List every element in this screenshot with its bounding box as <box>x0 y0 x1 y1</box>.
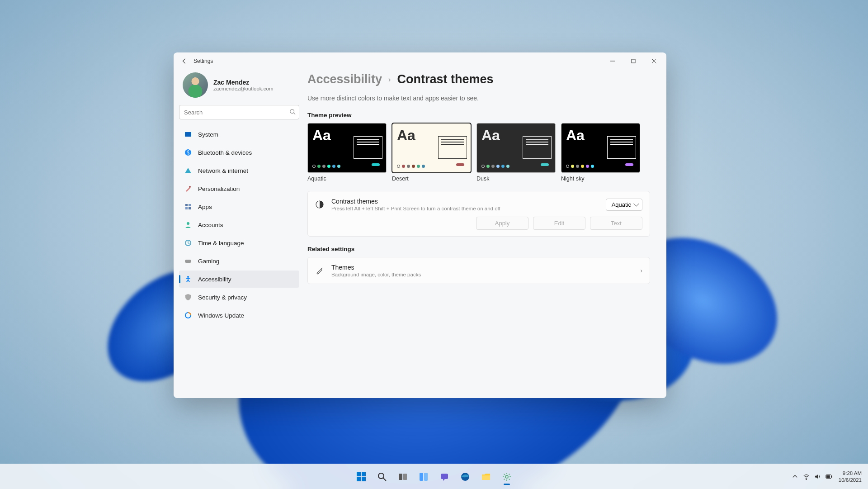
nav-system[interactable]: System <box>179 126 299 143</box>
nav-label: Accounts <box>198 222 223 228</box>
svg-rect-30 <box>831 476 832 477</box>
profile-name: Zac Mendez <box>213 79 274 86</box>
nav-network[interactable]: Network & internet <box>179 162 299 179</box>
nav-label: Gaming <box>198 258 219 265</box>
avatar <box>183 72 208 98</box>
nav-time[interactable]: Time & language <box>179 234 299 252</box>
apps-icon <box>184 203 192 210</box>
chat-button[interactable] <box>435 468 453 486</box>
theme-night-sky[interactable]: Aa Night sky <box>561 123 640 182</box>
search-input[interactable] <box>179 105 299 119</box>
svg-rect-7 <box>185 207 188 209</box>
nav-label: System <box>198 131 218 138</box>
nav-label: Personalization <box>198 185 240 192</box>
minimize-button[interactable] <box>602 52 623 70</box>
nav-accounts[interactable]: Accounts <box>179 216 299 233</box>
taskbar: 9:28 AM 10/6/2021 <box>0 464 868 489</box>
main-content: Accessibility › Contrast themes Use more… <box>305 70 666 398</box>
svg-rect-5 <box>185 204 188 206</box>
personalization-icon <box>184 185 192 192</box>
theme-select-dropdown[interactable]: Aquatic <box>606 199 642 211</box>
theme-name: Desert <box>392 176 471 182</box>
svg-rect-21 <box>403 474 407 480</box>
theme-aquatic[interactable]: Aa Aquatic <box>307 123 387 182</box>
svg-rect-11 <box>185 260 191 263</box>
svg-rect-15 <box>357 472 361 476</box>
volume-icon[interactable] <box>814 473 821 480</box>
system-icon <box>184 131 192 138</box>
network-icon <box>184 167 192 174</box>
date-text: 10/6/2021 <box>839 477 862 483</box>
profile-block[interactable]: Zac Mendez zacmendez@outlook.com <box>179 70 299 105</box>
nav-bluetooth[interactable]: Bluetooth & devices <box>179 144 299 161</box>
widgets-button[interactable] <box>415 468 433 486</box>
theme-dusk[interactable]: Aa Dusk <box>476 123 556 182</box>
chevron-up-icon[interactable] <box>792 473 798 480</box>
card-title: Contrast themes <box>331 198 599 205</box>
nav-gaming[interactable]: Gaming <box>179 252 299 270</box>
shield-icon <box>184 294 192 301</box>
breadcrumb: Accessibility › Contrast themes <box>307 72 650 86</box>
wifi-icon[interactable] <box>803 473 810 480</box>
edge-button[interactable] <box>456 468 474 486</box>
sidebar: Zac Mendez zacmendez@outlook.com System … <box>174 70 305 398</box>
svg-rect-24 <box>441 474 448 479</box>
nav-label: Bluetooth & devices <box>198 149 252 156</box>
breadcrumb-parent[interactable]: Accessibility <box>307 72 382 86</box>
explorer-button[interactable] <box>477 468 495 486</box>
back-button[interactable] <box>175 52 193 70</box>
theme-name: Night sky <box>561 176 640 182</box>
text-button[interactable]: Text <box>590 217 642 230</box>
apply-button[interactable]: Apply <box>476 217 528 230</box>
page-subtitle: Use more distinct colors to make text an… <box>307 95 650 102</box>
system-tray[interactable] <box>792 473 832 480</box>
svg-rect-26 <box>482 475 490 480</box>
taskbar-right: 9:28 AM 10/6/2021 <box>792 470 868 483</box>
svg-rect-17 <box>357 477 361 481</box>
svg-point-9 <box>187 222 189 225</box>
theme-preview-row: Aa Aquatic Aa Desert Aa Dusk Aa Night sk… <box>307 123 650 182</box>
theme-preview-label: Theme preview <box>307 112 650 119</box>
breadcrumb-current: Contrast themes <box>397 72 493 86</box>
battery-icon[interactable] <box>826 473 832 480</box>
nav-security[interactable]: Security & privacy <box>179 289 299 306</box>
taskbar-center <box>352 468 516 486</box>
gaming-icon <box>184 257 192 265</box>
nav-apps[interactable]: Apps <box>179 198 299 215</box>
nav-accessibility[interactable]: Accessibility <box>179 271 299 288</box>
nav-label: Network & internet <box>198 167 248 174</box>
svg-point-27 <box>505 475 508 478</box>
settings-taskbar-button[interactable] <box>498 468 516 486</box>
svg-rect-23 <box>424 473 428 481</box>
svg-rect-2 <box>185 132 191 137</box>
titlebar: Settings <box>174 52 666 70</box>
search-icon <box>289 109 296 115</box>
theme-desert[interactable]: Aa Desert <box>392 123 471 182</box>
search-box[interactable] <box>179 105 299 119</box>
brush-icon <box>315 266 324 275</box>
search-button[interactable] <box>373 468 391 486</box>
themes-related-card[interactable]: Themes Background image, color, theme pa… <box>307 257 650 284</box>
task-view-button[interactable] <box>394 468 412 486</box>
svg-point-19 <box>378 473 384 479</box>
window-title: Settings <box>193 58 213 64</box>
start-button[interactable] <box>352 468 370 486</box>
related-settings-label: Related settings <box>307 246 650 252</box>
svg-rect-18 <box>362 477 366 481</box>
nav-update[interactable]: Windows Update <box>179 307 299 324</box>
svg-rect-6 <box>189 204 191 206</box>
svg-rect-22 <box>420 473 423 481</box>
chevron-right-icon: › <box>640 267 642 274</box>
nav-personalization[interactable]: Personalization <box>179 180 299 197</box>
svg-rect-0 <box>632 59 635 63</box>
card-desc: Press left Alt + left Shift + Print Scre… <box>331 206 599 211</box>
maximize-button[interactable] <box>623 52 644 70</box>
nav-label: Accessibility <box>198 276 231 283</box>
close-button[interactable] <box>644 52 665 70</box>
chevron-right-icon: › <box>388 76 391 84</box>
edit-button[interactable]: Edit <box>533 217 585 230</box>
clock[interactable]: 9:28 AM 10/6/2021 <box>839 470 862 483</box>
settings-window: Settings Zac Mendez zacmendez@outlook.co… <box>174 52 666 398</box>
svg-rect-16 <box>362 472 366 476</box>
time-text: 9:28 AM <box>839 470 862 476</box>
